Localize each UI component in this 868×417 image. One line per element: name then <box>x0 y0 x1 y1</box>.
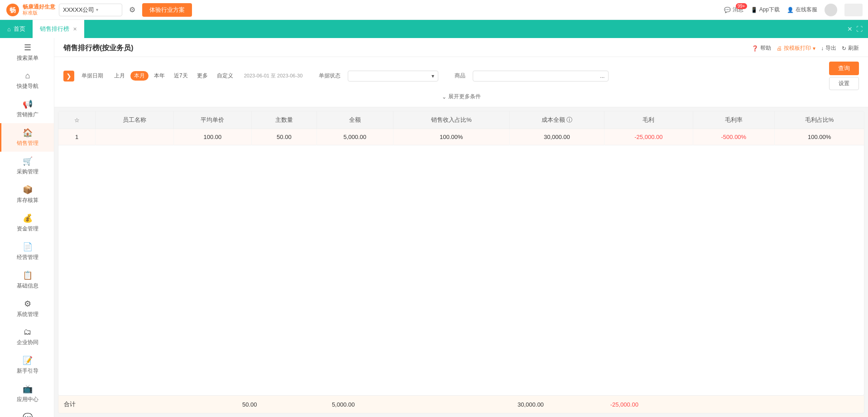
sidebar-item-basic-info[interactable]: 📋 基础信息 <box>0 266 54 294</box>
date-tab-last-month[interactable]: 上月 <box>110 71 129 81</box>
finance-icon: 💰 <box>23 213 33 223</box>
marketing-icon: 📢 <box>23 99 33 109</box>
logo-text: 畅康通好生意 标准版 <box>23 4 55 16</box>
trial-button[interactable]: 体验行业方案 <box>142 3 192 17</box>
sidebar-item-inventory[interactable]: 📦 库存核算 <box>0 180 54 209</box>
sales-icon: 🏠 <box>23 128 33 138</box>
filter-settings-button[interactable]: 设置 <box>829 77 859 90</box>
content-area: 销售排行榜(按业务员) ❓ 帮助 🖨 按模板打印 ▾ ↓ 导出 <box>54 38 868 417</box>
sidebar-label-finance: 资金管理 <box>17 225 38 233</box>
operations-icon: 📄 <box>23 242 33 252</box>
quicknav-icon: ⌂ <box>25 71 30 81</box>
svg-text:畅: 畅 <box>10 6 16 14</box>
date-tab-this-year[interactable]: 本年 <box>150 71 168 81</box>
page-actions: ❓ 帮助 🖨 按模板打印 ▾ ↓ 导出 ↻ 刷新 <box>752 44 859 52</box>
sidebar-item-collab[interactable]: 🗂 企业协同 <box>0 323 54 351</box>
col-qty: 主数量 <box>252 111 317 129</box>
expand-icon: ⌄ <box>442 94 446 100</box>
footer-cell-gross-rate <box>671 401 765 408</box>
footer-cell-cost: 30,000.00 <box>484 401 578 408</box>
tab-home[interactable]: ⌂ 首页 <box>0 20 33 38</box>
page-title: 销售排行榜(按业务员) <box>63 43 134 53</box>
filter-area: ❯ 单据日期 上月 本月 本年 近7天 更多 自定义 2023-06-01 至 … <box>54 57 868 107</box>
company-selector[interactable]: XXXXX公司 ▾ <box>59 4 122 16</box>
sidebar-label-inventory: 库存核算 <box>17 197 38 204</box>
sidebar-item-guide[interactable]: 📝 新手引导 <box>0 351 54 379</box>
sidebar-item-quicknav[interactable]: ⌂ 快捷导航 <box>0 67 54 95</box>
sidebar-label-quicknav: 快捷导航 <box>17 82 38 90</box>
online-service-label: 在线客服 <box>796 6 817 14</box>
col-gross-profit: 毛利 <box>604 111 693 129</box>
export-button[interactable]: ↓ 导出 <box>821 44 836 52</box>
footer-cell-gross: -25,000.00 <box>577 401 671 408</box>
message-button[interactable]: 💬 消息 99+ <box>724 6 743 14</box>
avatar[interactable] <box>825 4 837 16</box>
date-tab-more[interactable]: 更多 <box>193 71 211 81</box>
filter-arrow-toggle[interactable]: ❯ <box>63 71 74 81</box>
top-bar: 畅 畅康通好生意 标准版 XXXXX公司 ▾ ⚙ 体验行业方案 💬 消息 99+… <box>0 0 868 20</box>
collab-icon: 🗂 <box>24 327 32 337</box>
cell-name <box>96 129 173 145</box>
filter-row-1: ❯ 单据日期 上月 本月 本年 近7天 更多 自定义 2023-06-01 至 … <box>63 62 859 90</box>
expand-button[interactable]: ⌄ 展开更多条件 <box>442 93 481 101</box>
sidebar-label-marketing: 营销推广 <box>17 111 38 119</box>
footer-cell-avg <box>109 401 203 408</box>
guide-icon: 📝 <box>23 355 33 365</box>
page-header: 销售排行榜(按业务员) ❓ 帮助 🖨 按模板打印 ▾ ↓ 导出 <box>54 38 868 57</box>
sidebar-item-operations[interactable]: 📄 经营管理 <box>0 237 54 266</box>
app-download-button[interactable]: 📱 App下载 <box>751 6 780 14</box>
date-label: 单据日期 <box>82 72 103 80</box>
print-button[interactable]: 🖨 按模板打印 ▾ <box>777 44 815 52</box>
date-tab-this-month[interactable]: 本月 <box>130 71 149 81</box>
top-right-area: 💬 消息 99+ 📱 App下载 👤 在线客服 <box>724 4 863 16</box>
query-button[interactable]: 查询 <box>829 62 859 75</box>
company-name: XXXXX公司 <box>63 6 94 14</box>
sidebar-label-collab: 企业协同 <box>17 339 38 346</box>
sidebar-item-wechat[interactable]: 💬 企业微信 <box>0 408 54 417</box>
sidebar-label-appcenter: 应用中心 <box>17 396 38 403</box>
basicinfo-icon: 📋 <box>23 270 33 280</box>
query-settings-area: 查询 设置 <box>829 62 859 90</box>
cell-gross-pct: 100.00% <box>775 129 864 145</box>
sidebar: ☰ 搜索菜单 ⌂ 快捷导航 📢 营销推广 🏠 销售管理 🛒 采购管理 📦 库存核… <box>0 38 54 417</box>
col-rank: ☆ <box>58 111 96 129</box>
date-range-display: 2023-06-01 至 2023-06-30 <box>244 72 303 79</box>
tab-sales-ranking[interactable]: 销售排行榜 ✕ <box>33 20 84 38</box>
date-tab-custom[interactable]: 自定义 <box>213 71 237 81</box>
sidebar-label-basicinfo: 基础信息 <box>17 282 38 290</box>
main-layout: ☰ 搜索菜单 ⌂ 快捷导航 📢 营销推广 🏠 销售管理 🛒 采购管理 📦 库存核… <box>0 38 868 417</box>
home-icon: ⌂ <box>7 26 11 33</box>
sidebar-item-appcenter[interactable]: 📺 应用中心 <box>0 379 54 408</box>
close-window-icon[interactable]: ✕ <box>847 25 853 33</box>
refresh-button[interactable]: ↻ 刷新 <box>842 44 859 52</box>
tab-close-icon[interactable]: ✕ <box>73 26 77 32</box>
sidebar-label-system: 系统管理 <box>17 311 38 318</box>
cell-gross-profit: -25,000.00 <box>604 129 693 145</box>
expand-row: ⌄ 展开更多条件 <box>63 90 859 102</box>
sidebar-item-search[interactable]: ☰ 搜索菜单 <box>0 38 54 67</box>
online-service-button[interactable]: 👤 在线客服 <box>787 6 817 14</box>
sidebar-item-marketing[interactable]: 📢 营销推广 <box>0 95 54 123</box>
sidebar-item-finance[interactable]: 💰 资金管理 <box>0 209 54 237</box>
col-cost-amount: 成本全额 ⓘ <box>509 111 604 129</box>
maximize-icon[interactable]: ⛶ <box>856 25 863 33</box>
nav-tabs: ⌂ 首页 销售排行榜 ✕ ✕ ⛶ <box>0 20 868 38</box>
app-download-label: App下载 <box>759 6 780 14</box>
sidebar-item-system[interactable]: ⚙ 系统管理 <box>0 294 54 323</box>
cell-amount: 5,000.00 <box>317 129 393 145</box>
cell-gross-rate: -500.00% <box>693 129 775 145</box>
status-select[interactable]: ▾ <box>348 71 438 81</box>
sidebar-item-purchase[interactable]: 🛒 采购管理 <box>0 152 54 180</box>
sidebar-label-purchase: 采购管理 <box>17 168 38 176</box>
col-amount: 全额 <box>317 111 393 129</box>
col-avg-price: 平均单价 <box>173 111 251 129</box>
help-button[interactable]: ❓ 帮助 <box>752 44 771 52</box>
cell-qty: 50.00 <box>252 129 317 145</box>
date-tab-7days[interactable]: 近7天 <box>170 71 192 81</box>
footer-cells: 50.00 5,000.00 30,000.00 -25,000.00 <box>109 401 858 408</box>
sidebar-item-sales[interactable]: 🏠 销售管理 <box>0 123 54 152</box>
goods-input[interactable]: ... <box>473 71 609 81</box>
col-name: 员工名称 <box>96 111 173 129</box>
refresh-icon: ↻ <box>842 45 846 52</box>
settings-icon[interactable]: ⚙ <box>126 4 139 16</box>
